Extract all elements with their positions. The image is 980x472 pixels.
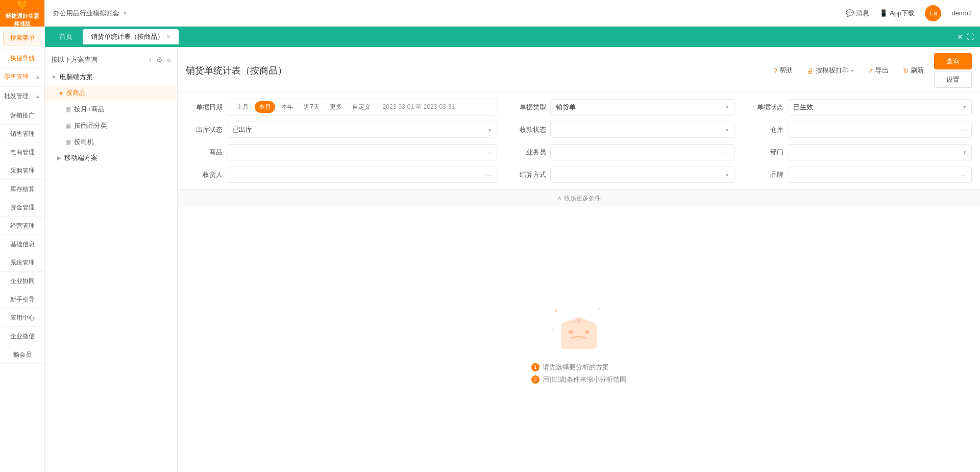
scheme-item-label: 按商品: [66, 88, 86, 98]
desktop-group-header[interactable]: ▼ 电脑端方案: [45, 69, 177, 85]
dots-icon[interactable]: ···: [960, 126, 966, 134]
scheme-item-by-driver[interactable]: ▦ 按司机: [45, 134, 177, 150]
sidebar-item-operation[interactable]: 经营管理: [0, 217, 44, 235]
group-label: 移动端方案: [64, 153, 97, 162]
sidebar-search-area: 搜索菜单: [0, 27, 44, 50]
warehouse-select[interactable]: ···: [788, 122, 972, 138]
sidebar-item-sales[interactable]: 销售管理: [0, 125, 44, 143]
date-tab-this-month[interactable]: 本月: [255, 101, 275, 113]
empty-state-illustration: ✦ ✦ ✦: [548, 295, 609, 357]
dots-icon[interactable]: ···: [960, 171, 966, 179]
scheme-item-by-category[interactable]: ▦ 按商品分类: [45, 117, 177, 134]
industry-selector[interactable]: 办公用品行业模拟账套 ▾: [53, 9, 127, 18]
scheme-item-by-goods[interactable]: ● 按商品: [45, 85, 177, 101]
brand-label: 品牌: [747, 170, 788, 179]
scheme-item-icon: ●: [59, 89, 63, 97]
sidebar-item-purchase[interactable]: 采购管理: [0, 161, 44, 180]
receive-status-select[interactable]: ··· ▾: [550, 122, 734, 138]
sidebar-item-marketing[interactable]: 营销推广: [0, 106, 44, 125]
tip-text-1: 请先选择要分析的方案: [543, 363, 609, 372]
salesman-label: 业务员: [509, 148, 550, 157]
sidebar-item-inventory[interactable]: 库存核算: [0, 180, 44, 198]
salesman-select[interactable]: ···: [550, 144, 734, 160]
date-tab-7days[interactable]: 近7天: [300, 101, 324, 113]
svg-point-3: [569, 330, 573, 334]
sidebar-item-app-center[interactable]: 应用中心: [0, 309, 44, 327]
user-name-button[interactable]: demo2: [951, 9, 972, 17]
refresh-button[interactable]: ↻ 刷新: [899, 64, 928, 77]
scheme-panel-title: 按以下方案查询: [51, 55, 97, 64]
doc-type-label: 单据类型: [509, 103, 550, 112]
message-button[interactable]: 💬 消息: [846, 9, 869, 18]
date-filter-label: 单据日期: [186, 103, 227, 112]
receiver-select[interactable]: ···: [227, 167, 497, 183]
window-close-button[interactable]: ×: [957, 32, 963, 42]
dropdown-icon: ▾: [963, 104, 966, 110]
date-tab-this-year[interactable]: 本年: [277, 101, 298, 113]
date-tab-more[interactable]: 更多: [326, 101, 346, 113]
filter-row-2: 出库状态 已出库 ▾ 收款状态 ··· ▾ 仓库: [186, 122, 972, 138]
dept-select[interactable]: ▾: [788, 144, 972, 160]
query-button[interactable]: 查询: [934, 53, 972, 69]
date-tab-last-month[interactable]: 上月: [232, 101, 253, 113]
sidebar-item-wechat[interactable]: 企业微信: [0, 327, 44, 345]
goods-select[interactable]: ···: [227, 144, 497, 160]
add-scheme-icon[interactable]: +: [148, 56, 152, 64]
tab-close-icon[interactable]: ×: [167, 33, 170, 40]
dots-icon[interactable]: ···: [486, 171, 492, 179]
dropdown-icon: ▾: [963, 149, 966, 156]
sidebar-item-member[interactable]: 畅会员: [0, 345, 44, 364]
avatar: Ea: [925, 5, 941, 21]
dots-icon[interactable]: ···: [723, 148, 729, 156]
sidebar-item-enterprise[interactable]: 企业协同: [0, 272, 44, 290]
window-expand-button[interactable]: ⛶: [967, 33, 974, 41]
empty-state-tips: 1 请先选择要分析的方案 2 用[过滤]条件来缩小分析范围: [531, 363, 626, 384]
empty-tip-2: 2 用[过滤]条件来缩小分析范围: [531, 375, 626, 384]
group-expand-icon: ▼: [51, 74, 57, 80]
help-icon: ?: [774, 67, 777, 75]
sidebar-item-retail[interactable]: 零售管理 ▲: [0, 67, 44, 87]
header-right-actions: 💬 消息 📱 App下载 Ea demo2: [846, 5, 972, 21]
date-tab-custom[interactable]: 自定义: [348, 101, 375, 113]
sidebar-item-system[interactable]: 系统管理: [0, 253, 44, 272]
settings-button[interactable]: 设置: [934, 72, 972, 88]
dropdown-icon: ▾: [726, 172, 729, 178]
sidebar-item-finance[interactable]: 资金管理: [0, 198, 44, 217]
filter-area: 单据日期 上月 本月 本年 近7天 更多 自定义 2023-03-01 至 20…: [178, 92, 980, 190]
collapse-panel-icon[interactable]: «: [167, 56, 171, 64]
mobile-group-header[interactable]: ▶ 移动端方案: [45, 150, 177, 166]
sidebar-item-wholesale[interactable]: 批发管理 ▲: [0, 87, 44, 106]
page-content: 按以下方案查询 + ⚙ « ▼ 电脑端方案 ● 按商品 ▦ 按月+: [45, 47, 980, 472]
brand-select[interactable]: ···: [788, 167, 972, 183]
out-status-select[interactable]: 已出库 ▾: [227, 122, 497, 138]
group-expand-icon: ▶: [57, 155, 61, 161]
sidebar-item-ecommerce[interactable]: 电商管理: [0, 143, 44, 161]
export-button[interactable]: ↗ 导出: [864, 64, 893, 77]
dots-icon[interactable]: ···: [486, 148, 492, 156]
quick-nav-item[interactable]: 快捷导航: [0, 50, 44, 67]
goods-label: 商品: [186, 148, 227, 157]
filter-row-1: 单据日期 上月 本月 本年 近7天 更多 自定义 2023-03-01 至 20…: [186, 99, 972, 115]
print-button[interactable]: 🖨 按模板打印 ▾: [803, 64, 857, 77]
app-download-button[interactable]: 📱 App下载: [879, 9, 915, 18]
tab-active[interactable]: 销货单统计表（按商品） ×: [83, 29, 179, 44]
sidebar-item-basic[interactable]: 基础信息: [0, 235, 44, 253]
page-actions: ? 帮助 🖨 按模板打印 ▾ ↗ 导出 ↻ 刷新: [770, 53, 972, 88]
svg-point-4: [585, 330, 589, 334]
collapse-filter-button[interactable]: ∧ 收起更多条件: [178, 190, 980, 207]
help-button[interactable]: ? 帮助: [770, 64, 797, 77]
scheme-panel-header: 按以下方案查询 + ⚙ «: [45, 52, 177, 67]
settings-scheme-icon[interactable]: ⚙: [156, 56, 163, 64]
out-status-label: 出库状态: [186, 125, 227, 134]
dots-icon[interactable]: ···: [720, 126, 726, 134]
settle-label: 结算方式: [509, 170, 550, 179]
sidebar-item-guide[interactable]: 新手引导: [0, 290, 44, 309]
scheme-item-by-month-goods[interactable]: ▦ 按月+商品: [45, 101, 177, 117]
search-menu-button[interactable]: 搜索菜单: [3, 31, 41, 45]
doc-status-select[interactable]: 已生效 ▾: [788, 99, 972, 115]
download-icon: 📱: [879, 9, 888, 17]
tab-home[interactable]: 首页: [51, 29, 81, 44]
desktop-scheme-group: ▼ 电脑端方案 ● 按商品 ▦ 按月+商品 ▦ 按商品分类 ▦ 按司机: [45, 69, 177, 166]
settle-select[interactable]: ▾: [550, 167, 734, 183]
doc-type-select[interactable]: 销货单 ▾: [550, 99, 734, 115]
